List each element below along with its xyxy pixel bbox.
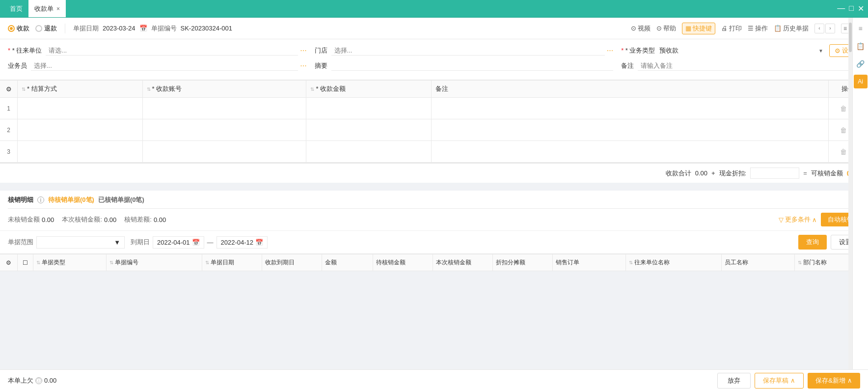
done-tab[interactable]: 已核销单据(0笔)	[98, 196, 144, 204]
tab-active[interactable]: 收款单 ×	[28, 0, 66, 17]
nav-arrows: ‹ ›	[814, 24, 835, 33]
store-more-icon[interactable]: ···	[607, 46, 613, 55]
close-button[interactable]: ✕	[858, 4, 864, 13]
remark-input[interactable]	[638, 61, 860, 71]
abandon-button[interactable]: 放弃	[717, 373, 751, 389]
summary-input[interactable]	[331, 61, 614, 71]
row-3-account[interactable]	[143, 141, 307, 162]
more-conditions-button[interactable]: ▽ 更多条件 ∧	[779, 215, 817, 224]
sidebar-table-icon[interactable]: ≡	[854, 22, 868, 35]
radio-receive-dot	[8, 25, 15, 32]
scrollbar-thumb[interactable]	[849, 23, 852, 52]
date-to-input[interactable]: 2022-04-12 📅	[217, 236, 268, 249]
nav-next-button[interactable]: ›	[825, 24, 835, 33]
calendar-icon[interactable]: 📅	[139, 25, 147, 32]
row-1-account[interactable]	[143, 98, 307, 119]
save-new-button[interactable]: 保存&新增 ∧	[808, 373, 860, 389]
range-select-arrow: ▼	[114, 239, 120, 246]
maximize-button[interactable]: □	[849, 4, 854, 13]
bottom-info-icon[interactable]: ⓘ	[35, 377, 42, 384]
store-field: 门店 ···	[315, 46, 614, 56]
row-1-amount[interactable]	[306, 98, 432, 119]
row-3-delete-icon[interactable]: 🗑	[840, 148, 847, 156]
table-row: 1 🗑 ⊕	[0, 98, 868, 119]
print-button[interactable]: 🖨 打印	[721, 24, 742, 33]
sidebar-camera-icon[interactable]: Ai	[854, 75, 868, 88]
row-3-num: 3	[0, 141, 18, 162]
row-2-settlement[interactable]	[18, 119, 143, 140]
table-row: 3 🗑 ⊕	[0, 141, 868, 163]
scrollbar[interactable]	[848, 18, 852, 369]
unverified-value: 0.00	[42, 216, 54, 223]
writeoff-title-row: 核销明细 i 待核销单据(0笔) 已核销单据(0笔)	[8, 196, 860, 209]
chevron-up-icon: ∧	[812, 216, 817, 223]
sidebar-link-icon[interactable]: 🔗	[854, 57, 868, 71]
store-label: 门店	[315, 46, 327, 55]
counterpart-input[interactable]	[46, 46, 298, 56]
bth-checkbox[interactable]: ☐	[18, 254, 33, 271]
tab-home[interactable]: 首页	[4, 4, 28, 13]
tab-close-icon[interactable]: ×	[56, 5, 60, 12]
bth-gear[interactable]: ⚙	[0, 254, 18, 271]
row-2-remark[interactable]	[432, 119, 829, 140]
date-from-value: 2022-04-01	[157, 239, 190, 246]
minimize-button[interactable]: —	[837, 4, 845, 13]
tab-bar: 首页 收款单 × — □ ✕	[0, 0, 868, 18]
discount-input[interactable]	[750, 168, 799, 179]
sort-icon-bt3: ⇅	[205, 260, 209, 265]
radio-refund-label: 退款	[44, 24, 57, 33]
save-arrow-icon: ∧	[847, 377, 852, 384]
salesperson-input[interactable]	[31, 61, 298, 71]
video-label: 视频	[638, 24, 651, 33]
print-label: 打印	[729, 24, 742, 33]
radio-receive[interactable]: 收款	[8, 24, 29, 33]
operations-button[interactable]: ☰ 操作	[748, 24, 768, 33]
radio-refund[interactable]: 退款	[35, 24, 57, 33]
row-1-delete-icon[interactable]: 🗑	[840, 105, 847, 112]
row-1-remark[interactable]	[432, 98, 829, 119]
current-value: 0.00	[104, 216, 116, 223]
video-icon: ⊙	[631, 25, 636, 32]
row-2-amount[interactable]	[306, 119, 432, 140]
biz-type-arrow-icon[interactable]: ▼	[818, 48, 823, 54]
store-input[interactable]	[331, 46, 605, 56]
writeoff-stats-row: 未核销金额 0.00 本次核销金额: 0.00 核销差额: 0.00 ▽ 更多条…	[0, 209, 868, 230]
th-settings[interactable]: ⚙	[0, 81, 18, 97]
salesperson-more-icon[interactable]: ···	[300, 61, 306, 70]
writeoff-section-header: 核销明细 i 待核销单据(0笔) 已核销单据(0笔)	[0, 191, 868, 209]
bth-doc-date: ⇅ 单据日期	[202, 254, 262, 271]
bth-due-date: 收款到期日	[262, 254, 322, 271]
range-field: 单据范围 ▼	[8, 236, 125, 249]
help-label: 帮助	[663, 24, 676, 33]
row-2-account[interactable]	[143, 119, 307, 140]
counterpart-more-icon[interactable]: ···	[300, 46, 306, 55]
bth-discount: 折扣分摊额	[493, 254, 553, 271]
row-3-remark[interactable]	[432, 141, 829, 162]
video-button[interactable]: ⊙ 视频	[631, 24, 651, 33]
row-3-settlement[interactable]	[18, 141, 143, 162]
more-conditions-label: 更多条件	[785, 215, 811, 224]
th-settlement: ⇅ * 结算方式	[18, 81, 143, 97]
query-button[interactable]: 查询	[798, 235, 827, 250]
right-sidebar: ≡ 📋 🔗 Ai	[852, 18, 868, 369]
writeoff-info-icon[interactable]: i	[37, 196, 44, 203]
nav-prev-button[interactable]: ‹	[814, 24, 824, 33]
history-button[interactable]: 📋 历史单据	[774, 24, 809, 33]
date-from-input[interactable]: 2022-04-01 📅	[153, 236, 204, 249]
row-3-amount[interactable]	[306, 141, 432, 162]
form-row-1: * 往来单位 ··· 门店 ··· * 业务类型 预收款 ▼ ⚙ 设置	[8, 44, 860, 57]
sort-icon-2: ⇅	[147, 86, 151, 92]
date-to-value: 2022-04-12	[221, 239, 254, 246]
sort-icon-3: ⇅	[310, 86, 314, 92]
total-label: 收款合计	[666, 169, 691, 178]
shortcut-button[interactable]: ▦ 快捷键	[682, 23, 715, 34]
help-button[interactable]: ⊙ 帮助	[656, 24, 676, 33]
sidebar-doc-icon[interactable]: 📋	[854, 39, 868, 53]
save-draft-button[interactable]: 保存草稿 ∧	[755, 373, 804, 389]
writeoff-filter-row: 单据范围 ▼ 到期日 2022-04-01 📅 — 2022-04-12 📅 查…	[0, 230, 868, 253]
row-2-delete-icon[interactable]: 🗑	[840, 126, 847, 134]
date-separator: —	[207, 239, 214, 246]
pending-tab[interactable]: 待核销单据(0笔)	[48, 196, 94, 204]
range-select[interactable]: ▼	[36, 236, 125, 249]
row-1-settlement[interactable]	[18, 98, 143, 119]
